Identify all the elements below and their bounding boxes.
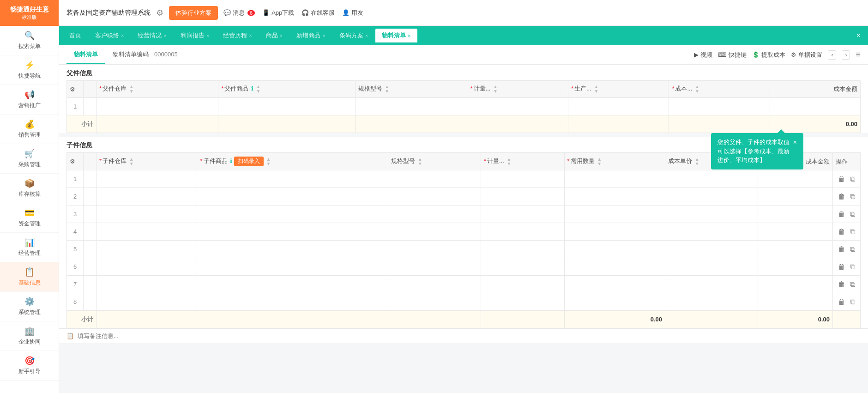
- tab-operations[interactable]: 经营情况 ×: [131, 29, 173, 42]
- delete-row-button[interactable]: 🗑: [837, 298, 847, 306]
- child-col-settings[interactable]: ⚙: [67, 153, 84, 170]
- close-all-tabs[interactable]: ×: [853, 31, 864, 40]
- sidebar: 畅捷通好生意 标准版 🔍 搜索菜单 ⚡ 快捷导航 📢 营销推广 💰 销售管理 🛒…: [0, 0, 59, 393]
- guide-icon: 🎯: [24, 356, 35, 366]
- cost-action[interactable]: 💲 提取成本: [752, 51, 785, 59]
- copy-row-button[interactable]: ⧉: [849, 245, 856, 254]
- parent-table: ⚙ *父件仓库 ▲▼ *父件商品 ℹ ▲▼ 规格型号 ▲▼: [66, 80, 861, 133]
- child-cell-qty[interactable]: [564, 170, 665, 188]
- shortcut-action[interactable]: ⌨ 快捷键: [718, 51, 747, 59]
- tab-profit[interactable]: 利润报告 ×: [174, 29, 216, 42]
- sub-tab-bom-code[interactable]: 物料清单编码 0000005: [105, 46, 185, 64]
- child-cell-unit-cost[interactable]: [665, 170, 758, 188]
- logo-sub: 标准版: [22, 14, 37, 21]
- delete-row-button[interactable]: 🗑: [837, 245, 847, 254]
- sidebar-item-operations[interactable]: 📊 经营管理: [0, 233, 59, 262]
- tab-barcode[interactable]: 条码方案 ×: [333, 29, 374, 42]
- parent-col-sort: [84, 81, 96, 98]
- tab-close-icon[interactable]: ×: [163, 33, 166, 38]
- tab-close-icon[interactable]: ×: [322, 33, 325, 38]
- sidebar-item-search[interactable]: 🔍 搜索菜单: [0, 26, 59, 55]
- tab-home[interactable]: 首页: [63, 29, 88, 42]
- tab-close-icon[interactable]: ×: [408, 33, 410, 38]
- copy-row-button[interactable]: ⧉: [849, 175, 856, 183]
- sidebar-item-marketing[interactable]: 📢 营销推广: [0, 85, 59, 115]
- parent-col-production: *生产... ▲▼: [568, 81, 669, 98]
- sidebar-item-sales[interactable]: 💰 销售管理: [0, 115, 59, 144]
- child-col-unit: *计量... ▲▼: [481, 153, 564, 170]
- copy-row-button[interactable]: ⧉: [849, 280, 856, 289]
- child-cell-product[interactable]: [197, 170, 388, 188]
- online-service-item[interactable]: 🎧 在线客服: [301, 9, 335, 17]
- sidebar-item-label: 营销推广: [18, 102, 41, 109]
- tab-close-icon[interactable]: ×: [280, 33, 283, 38]
- parent-col-settings[interactable]: ⚙: [67, 81, 84, 98]
- sidebar-item-quick-nav[interactable]: ⚡ 快捷导航: [0, 55, 59, 85]
- delete-row-button[interactable]: 🗑: [837, 175, 847, 183]
- delete-row-button[interactable]: 🗑: [837, 210, 847, 218]
- delete-row-button[interactable]: 🗑: [837, 280, 847, 289]
- child-subtotal-amount: 0.00: [758, 311, 832, 328]
- child-col-sort: [84, 153, 96, 170]
- copy-row-button[interactable]: ⧉: [849, 193, 856, 201]
- tab-new-goods[interactable]: 新增商品 ×: [290, 29, 332, 42]
- sidebar-item-inventory[interactable]: 📦 库存核算: [0, 174, 59, 203]
- video-action[interactable]: ▶ 视频: [694, 51, 712, 59]
- sidebar-item-label: 新手引导: [18, 368, 41, 375]
- parent-cell-unit[interactable]: [467, 98, 568, 115]
- gear-button[interactable]: ⚙: [156, 8, 163, 18]
- sidebar-item-system[interactable]: ⚙️ 系统管理: [0, 292, 59, 321]
- tab-customers[interactable]: 客户联络 ×: [89, 29, 130, 42]
- bom-code-value: 0000005: [154, 51, 178, 58]
- notes-input[interactable]: [78, 333, 861, 339]
- user-item[interactable]: 👤 用友: [342, 9, 363, 17]
- tab-close-icon[interactable]: ×: [365, 33, 368, 38]
- next-arrow-button[interactable]: ›: [842, 50, 850, 60]
- tab-goods[interactable]: 商品 ×: [259, 29, 289, 42]
- child-table: ⚙ *子件仓库 ▲▼ *子件商品 ℹ 扫码录入 ▲▼ 规格型号: [66, 152, 861, 328]
- parent-cell-warehouse[interactable]: [96, 98, 218, 115]
- trial-button[interactable]: 体验行业方案: [169, 6, 218, 20]
- sub-tab-bom-list[interactable]: 物料清单: [66, 46, 105, 64]
- parent-subtotal-label: 小计: [67, 115, 96, 133]
- sidebar-item-finance[interactable]: 💳 资金管理: [0, 203, 59, 233]
- parent-cell-cost[interactable]: [669, 98, 770, 115]
- child-cell-spec[interactable]: [388, 170, 481, 188]
- user-name: 用友: [351, 9, 363, 17]
- child-cell-amount: [758, 170, 832, 188]
- tab-history[interactable]: 经营历程 ×: [217, 29, 258, 42]
- tab-close-icon[interactable]: ×: [249, 33, 252, 38]
- delete-row-button[interactable]: 🗑: [837, 228, 847, 236]
- parent-section-title: 父件信息: [66, 65, 861, 80]
- child-cell-warehouse[interactable]: [96, 170, 197, 188]
- sidebar-item-guide[interactable]: 🎯 新手引导: [0, 351, 59, 381]
- delete-row-button[interactable]: 🗑: [837, 193, 847, 201]
- single-settings-action[interactable]: ⚙ 单据设置: [791, 51, 822, 59]
- copy-row-button[interactable]: ⧉: [849, 228, 856, 236]
- tab-close-icon[interactable]: ×: [206, 33, 209, 38]
- parent-cell-spec[interactable]: [355, 98, 467, 115]
- message-item[interactable]: 💬 消息 6: [223, 9, 255, 17]
- copy-row-button[interactable]: ⧉: [849, 298, 856, 306]
- tooltip-close-button[interactable]: ×: [793, 138, 797, 147]
- table-row: 3 🗑 ⧉: [67, 206, 861, 223]
- child-col-product: *子件商品 ℹ 扫码录入 ▲▼: [197, 153, 388, 170]
- parent-cell-production[interactable]: [568, 98, 669, 115]
- sidebar-item-purchase[interactable]: 🛒 采购管理: [0, 144, 59, 174]
- scan-button[interactable]: 扫码录入: [234, 157, 264, 166]
- child-subtotal-row: 小计 0.00 0.00: [67, 311, 861, 328]
- copy-row-button[interactable]: ⧉: [849, 263, 856, 271]
- search-icon: 🔍: [24, 30, 35, 41]
- app-download-item[interactable]: 📱 App下载: [262, 9, 294, 17]
- tab-bom[interactable]: 物料清单 ×: [375, 29, 417, 42]
- sidebar-item-label: 经营管理: [18, 249, 41, 257]
- copy-row-button[interactable]: ⧉: [849, 210, 856, 218]
- prev-arrow-button[interactable]: ‹: [828, 50, 836, 60]
- sidebar-item-basic-info[interactable]: 📋 基础信息: [0, 262, 59, 292]
- content-area: × 您的父件、子件的成本取值可以选择【参考成本、最新进价、平均成本】 父件信息 …: [59, 65, 868, 393]
- sidebar-item-enterprise[interactable]: 🏢 企业协同: [0, 321, 59, 351]
- tab-close-icon[interactable]: ×: [121, 33, 124, 38]
- delete-row-button[interactable]: 🗑: [837, 263, 847, 271]
- parent-cell-product[interactable]: [218, 98, 355, 115]
- child-cell-unit[interactable]: [481, 170, 564, 188]
